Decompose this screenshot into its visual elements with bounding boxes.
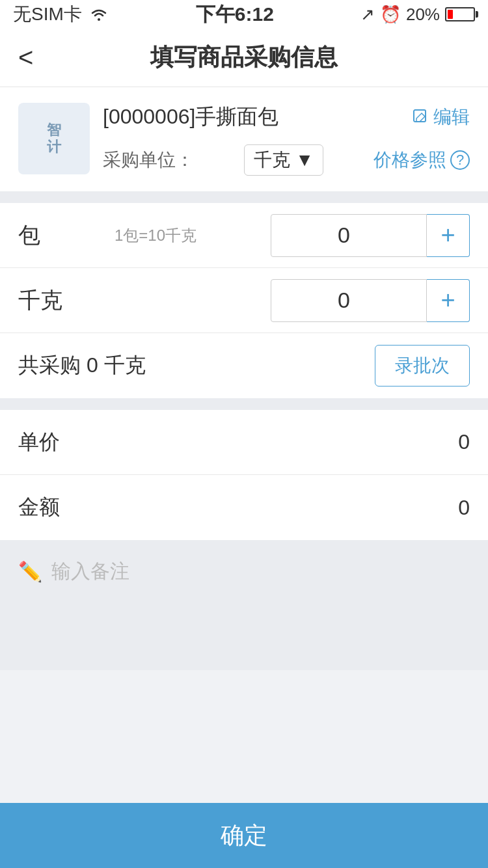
batch-button[interactable]: 录批次 [375, 345, 470, 387]
unit-value: 千克 [254, 148, 290, 172]
chevron-down-icon: ▼ [295, 150, 314, 170]
price-ref-question-icon: ? [450, 150, 470, 170]
wifi-icon [88, 7, 109, 22]
divider-1 [0, 191, 488, 203]
product-image: 智 计 [18, 103, 90, 174]
battery-percent: 20% [406, 5, 440, 25]
summary-row: 共采购 0 千克 录批次 [0, 333, 488, 398]
unit-dropdown[interactable]: 千克 ▼ [244, 144, 323, 176]
kg-quantity-input[interactable] [271, 279, 427, 322]
product-info: [0000006]手撕面包 编辑 采购单位： 千克 ▼ 价格参照 ? [103, 103, 470, 176]
bag-sublabel: 1包=10千克 [115, 225, 197, 246]
confirm-button[interactable]: 确定 [0, 803, 488, 868]
unit-price-row: 单价 0 [0, 410, 488, 475]
kg-input-right: + [271, 279, 470, 322]
remark-input-row[interactable]: ✏️ 输入备注 [18, 558, 470, 585]
status-left: 无SIM卡 [13, 2, 109, 27]
pencil-icon: ✏️ [18, 560, 42, 583]
amount-value: 0 [458, 496, 470, 520]
nav-bar: < 填写商品采购信息 [0, 29, 488, 87]
product-card: 智 计 [0000006]手撕面包 编辑 采购单位： 千克 ▼ 价格参照 ? [0, 87, 488, 191]
status-right: ↗ ⏰ 20% [360, 5, 475, 25]
bottom-spacer [0, 670, 488, 800]
kg-input-row: 千克 + [0, 268, 488, 333]
divider-2 [0, 398, 488, 410]
remark-placeholder: 输入备注 [51, 558, 129, 585]
summary-text: 共采购 0 千克 [18, 351, 146, 380]
status-time: 下午6:12 [196, 1, 274, 28]
bag-plus-button[interactable]: + [427, 214, 470, 257]
product-name-row: [0000006]手撕面包 编辑 [103, 103, 470, 131]
svg-point-0 [98, 18, 100, 21]
amount-row: 金额 0 [0, 475, 488, 540]
edit-icon [413, 109, 429, 126]
kg-label: 千克 [18, 286, 109, 316]
purchase-unit-row: 采购单位： 千克 ▼ 价格参照 ? [103, 144, 470, 176]
alarm-icon: ⏰ [380, 5, 401, 25]
bag-input-right: + [271, 214, 470, 257]
location-icon: ↗ [360, 5, 375, 25]
bag-input-row: 包 1包=10千克 + [0, 203, 488, 268]
product-name: [0000006]手撕面包 [103, 103, 278, 131]
battery-fill [448, 10, 453, 19]
input-section: 包 1包=10千克 + 千克 + [0, 203, 488, 333]
status-bar: 无SIM卡 下午6:12 ↗ ⏰ 20% [0, 0, 488, 29]
price-ref-button[interactable]: 价格参照 ? [373, 148, 470, 172]
unit-price-label: 单价 [18, 428, 60, 457]
battery-icon [445, 7, 475, 21]
bag-label: 包 [18, 221, 109, 251]
back-button[interactable]: < [18, 43, 33, 72]
purchase-unit-label: 采购单位： [103, 148, 194, 172]
page-title: 填写商品采购信息 [150, 42, 338, 74]
carrier-text: 无SIM卡 [13, 2, 82, 27]
remark-section: ✏️ 输入备注 [0, 540, 488, 670]
kg-plus-button[interactable]: + [427, 279, 470, 322]
product-logo: 智 计 [47, 122, 61, 156]
amount-label: 金额 [18, 493, 60, 522]
bag-quantity-input[interactable] [271, 214, 427, 257]
edit-button[interactable]: 编辑 [413, 105, 470, 129]
unit-price-value: 0 [458, 430, 470, 454]
price-section: 单价 0 金额 0 [0, 410, 488, 540]
